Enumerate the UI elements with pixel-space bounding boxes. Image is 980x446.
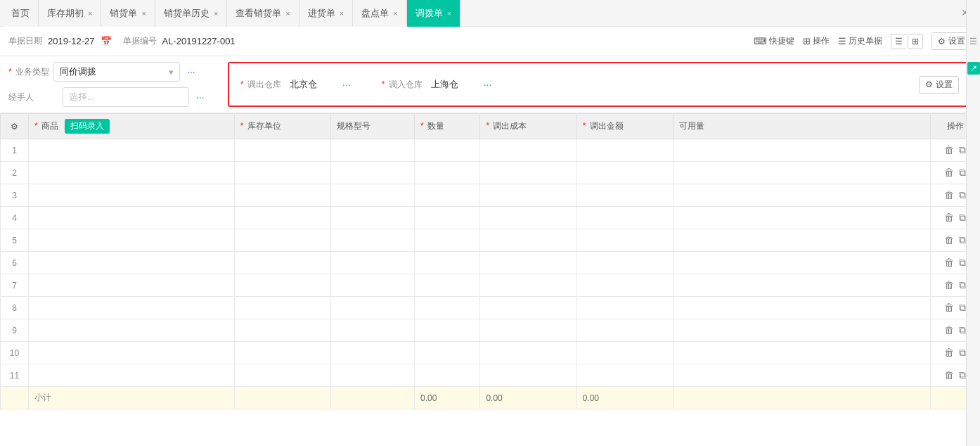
cell-quantity-10 <box>415 342 480 364</box>
delete-row-icon-8[interactable]: 🗑 <box>944 302 954 313</box>
delete-row-icon-5[interactable]: 🗑 <box>944 234 954 246</box>
delete-row-icon-4[interactable]: 🗑 <box>944 212 954 223</box>
copy-row-icon-2[interactable]: ⧉ <box>959 167 966 178</box>
close-tab-sales-order[interactable]: × <box>141 9 146 18</box>
list-icon: ☰ <box>895 37 903 46</box>
cell-amount-3 <box>576 184 673 207</box>
cell-product-10[interactable] <box>29 342 235 364</box>
cell-cost-9 <box>480 319 576 342</box>
cell-product-2[interactable] <box>29 162 235 184</box>
copy-row-icon-9[interactable]: ⧉ <box>959 324 966 336</box>
cell-amount-9 <box>576 319 673 342</box>
copy-row-icon-6[interactable]: ⧉ <box>959 257 966 268</box>
tab-purchase-order[interactable]: 进货单 × <box>299 0 353 27</box>
operations-button[interactable]: ⊞ 操作 <box>803 35 830 47</box>
sidebar-export-icon[interactable]: ↗ <box>967 62 980 75</box>
cell-product-8[interactable] <box>29 297 235 319</box>
copy-row-icon-4[interactable]: ⧉ <box>959 212 966 223</box>
copy-row-icon-5[interactable]: ⧉ <box>959 234 966 246</box>
handler-placeholder: 选择... <box>69 91 183 103</box>
cell-quantity-7 <box>415 274 480 297</box>
close-tab-sales-history[interactable]: × <box>214 9 218 18</box>
tab-inventory-check[interactable]: 盘点单 × <box>353 0 406 27</box>
cell-spec-6 <box>331 252 415 274</box>
business-type-label: * 业务类型 <box>8 66 49 78</box>
cell-product-1[interactable] <box>29 139 235 162</box>
cell-product-7[interactable] <box>29 274 235 297</box>
delete-row-icon-2[interactable]: 🗑 <box>944 167 954 178</box>
handler-dropdown[interactable]: 选择... <box>63 87 189 107</box>
cell-product-9[interactable] <box>29 319 235 342</box>
table-row: 3 🗑 ⧉ <box>1 184 980 207</box>
layout-grid-button[interactable]: ⊞ <box>908 34 923 49</box>
layout-list-button[interactable]: ☰ <box>891 34 906 49</box>
delete-row-icon-3[interactable]: 🗑 <box>944 189 954 200</box>
tab-home[interactable]: 首页 <box>3 0 39 27</box>
copy-row-icon-3[interactable]: ⧉ <box>959 189 966 200</box>
cell-product-5[interactable] <box>29 229 235 252</box>
delete-row-icon-6[interactable]: 🗑 <box>944 257 954 268</box>
handler-more-button[interactable]: ··· <box>193 91 207 103</box>
table-row: 1 🗑 ⧉ <box>1 139 980 162</box>
sidebar-list-icon[interactable]: ☰ <box>967 35 980 48</box>
copy-row-icon-8[interactable]: ⧉ <box>959 302 966 313</box>
items-table: ⚙ * 商品 扫码录入 * 库存单位 规格型号 * <box>0 113 980 409</box>
tab-view-sales[interactable]: 查看销货单 × <box>227 0 299 27</box>
close-tab-purchase-order[interactable]: × <box>340 9 344 18</box>
subtotal-amount: 0.00 <box>576 387 673 409</box>
scan-input-button[interactable]: 扫码录入 <box>65 119 110 134</box>
transfer-out-more-button[interactable]: ··· <box>340 79 354 90</box>
tab-sales-history[interactable]: 销货单历史 × <box>155 0 227 27</box>
tab-sales-order[interactable]: 销货单 × <box>101 0 155 27</box>
cell-cost-5 <box>480 229 576 252</box>
warehouse-settings-button[interactable]: ⚙ 设置 <box>919 76 959 94</box>
delete-row-icon-11[interactable]: 🗑 <box>944 369 954 381</box>
operations-icon: ⊞ <box>803 36 811 46</box>
history-button[interactable]: ☰ 历史单据 <box>838 35 882 47</box>
cell-unit-2 <box>234 162 330 184</box>
cell-available-2 <box>673 162 930 184</box>
right-sidebar: ☰ ↗ <box>966 0 980 446</box>
cell-cost-7 <box>480 274 576 297</box>
business-type-more-button[interactable]: ··· <box>184 66 198 77</box>
shortcuts-button[interactable]: ⌨ 快捷键 <box>754 35 794 47</box>
subtotal-cost: 0.00 <box>480 387 576 409</box>
cell-available-6 <box>673 252 930 274</box>
items-table-container: ⚙ * 商品 扫码录入 * 库存单位 规格型号 * <box>0 113 980 446</box>
cell-product-11[interactable] <box>29 364 235 387</box>
copy-row-icon-7[interactable]: ⧉ <box>959 279 966 291</box>
delete-row-icon-7[interactable]: 🗑 <box>944 279 954 291</box>
cell-cost-6 <box>480 252 576 274</box>
delete-row-icon-10[interactable]: 🗑 <box>944 347 954 358</box>
cell-product-6[interactable] <box>29 252 235 274</box>
close-tab-inventory-check[interactable]: × <box>393 9 397 18</box>
delete-row-icon-1[interactable]: 🗑 <box>944 144 954 155</box>
cell-product-4[interactable] <box>29 207 235 229</box>
transfer-in-more-button[interactable]: ··· <box>481 79 495 90</box>
tab-inventory-init[interactable]: 库存期初 × <box>39 0 101 27</box>
cell-available-1 <box>673 139 930 162</box>
close-tab-view-sales[interactable]: × <box>285 9 290 18</box>
copy-row-icon-11[interactable]: ⧉ <box>959 369 966 381</box>
business-type-value: 同价调拨 <box>60 65 169 78</box>
cell-spec-4 <box>331 207 415 229</box>
cell-quantity-5 <box>415 229 480 252</box>
transfer-in-field: * 调入仓库 上海仓 ··· <box>382 78 495 91</box>
row-num-5: 5 <box>1 229 29 252</box>
tab-transfer[interactable]: 调拨单 × <box>407 0 460 27</box>
col-header-settings[interactable]: ⚙ <box>1 114 29 139</box>
calendar-icon[interactable]: 📅 <box>101 36 112 46</box>
cell-product-3[interactable] <box>29 184 235 207</box>
col-header-transfer-cost: * 调出成本 <box>480 114 576 139</box>
close-tab-transfer[interactable]: × <box>447 9 451 18</box>
row-num-10: 10 <box>1 342 29 364</box>
business-type-dropdown[interactable]: 同价调拨 ▾ <box>53 62 180 82</box>
cell-available-11 <box>673 364 930 387</box>
cell-available-9 <box>673 319 930 342</box>
copy-row-icon-10[interactable]: ⧉ <box>959 347 966 358</box>
delete-row-icon-9[interactable]: 🗑 <box>944 324 954 336</box>
close-tab-inventory-init[interactable]: × <box>88 9 92 18</box>
copy-row-icon-1[interactable]: ⧉ <box>959 144 966 155</box>
dropdown-arrow-icon: ▾ <box>169 67 174 77</box>
cell-cost-11 <box>480 364 576 387</box>
